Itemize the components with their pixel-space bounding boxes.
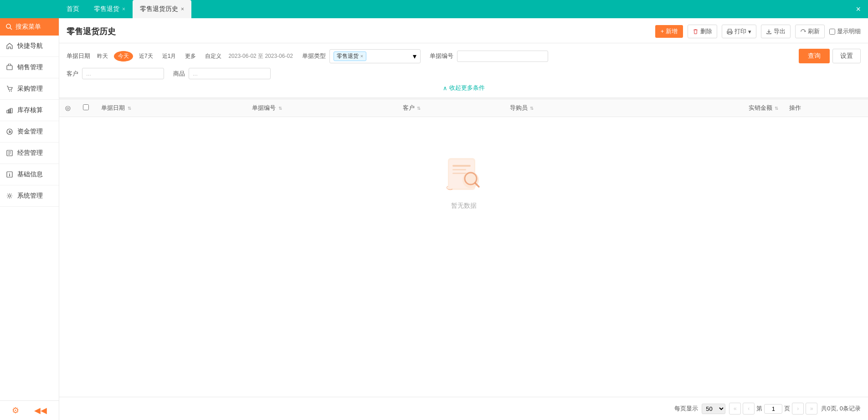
table-settings-col[interactable]: [59, 99, 77, 117]
tab-retail-return-history[interactable]: 零售退货历史 ×: [133, 0, 191, 18]
content-area: 零售退货历史 + 新增 删除 打印 ▾ 导出 刷新: [59, 18, 868, 420]
table-settings-icon[interactable]: [65, 105, 71, 112]
sidebar-item-basicinfo[interactable]: 基础信息: [0, 164, 59, 185]
customer-select[interactable]: ...: [82, 68, 164, 79]
sidebar-item-system[interactable]: 系统管理: [0, 185, 59, 207]
date-btn-custom[interactable]: 自定义: [202, 51, 225, 61]
doc-no-input[interactable]: [457, 51, 548, 62]
select-all-checkbox[interactable]: [83, 104, 89, 110]
sidebar-item-purchase[interactable]: 采购管理: [0, 78, 59, 100]
header-actions: + 新增 删除 打印 ▾ 导出 刷新: [655, 25, 861, 38]
date-btn-more[interactable]: 更多: [182, 51, 199, 61]
query-button[interactable]: 查询: [799, 49, 830, 63]
print-button[interactable]: 打印 ▾: [722, 25, 756, 38]
tab-retail-return-history-close[interactable]: ×: [181, 6, 184, 12]
show-detail-checkbox[interactable]: [829, 29, 835, 35]
per-page-select[interactable]: 50 10 20 100: [702, 404, 725, 414]
finance-icon: [5, 128, 14, 136]
purchase-icon: [5, 85, 14, 93]
filter-area: 单据日期 昨天 今天 近7天 近1月 更多 自定义 2023-06-02 至 2…: [59, 43, 868, 98]
empty-icon: [441, 154, 487, 195]
export-label: 导出: [774, 27, 786, 36]
customer-filter: 客户 ...: [67, 68, 164, 79]
goods-select[interactable]: ...: [189, 68, 271, 79]
goods-label: 商品: [173, 70, 185, 78]
date-btn-7days[interactable]: 近7天: [136, 51, 156, 61]
svg-point-3: [9, 91, 10, 92]
settings-button[interactable]: 设置: [832, 49, 861, 63]
svg-point-0: [6, 24, 10, 28]
prev-page-button[interactable]: ‹: [743, 403, 755, 415]
th-guide[interactable]: 导购员 ⇅: [504, 99, 633, 117]
sidebar-item-finance-label: 资金管理: [17, 128, 43, 136]
sidebar-item-sales-label: 销售管理: [17, 63, 43, 72]
sidebar-item-business[interactable]: 经营管理: [0, 143, 59, 164]
table-header-row: 单据日期 ⇅ 单据编号 ⇅ 客户 ⇅ 导购员 ⇅: [59, 99, 868, 117]
page-input[interactable]: [764, 404, 782, 414]
th-date[interactable]: 单据日期 ⇅: [96, 99, 247, 117]
audio-bottom-icon[interactable]: ◀◀: [34, 405, 47, 415]
svg-rect-18: [452, 165, 471, 167]
pagination: 每页显示 50 10 20 100 « ‹ 第 页 › » 共0页, 0条记录: [59, 397, 868, 420]
inventory-icon: [5, 106, 14, 114]
show-detail-checkbox-label[interactable]: 显示明细: [829, 27, 861, 36]
close-window-button[interactable]: ×: [856, 5, 861, 14]
svg-point-14: [66, 106, 70, 111]
sidebar-item-finance[interactable]: 资金管理: [0, 121, 59, 143]
date-filter-label: 单据日期: [67, 52, 90, 60]
export-button[interactable]: 导出: [761, 25, 791, 38]
svg-rect-19: [452, 169, 466, 170]
collapse-label: 收起更多条件: [449, 84, 485, 92]
tab-retail-return[interactable]: 零售退货 ×: [87, 0, 133, 18]
sidebar-item-quicknav[interactable]: 快捷导航: [0, 36, 59, 57]
th-customer-label: 客户: [403, 104, 415, 111]
tab-home[interactable]: 首页: [59, 0, 87, 18]
svg-point-15: [67, 108, 69, 109]
refresh-icon: [800, 29, 806, 35]
goods-placeholder: ...: [193, 70, 198, 77]
date-btn-1month[interactable]: 近1月: [159, 51, 180, 61]
date-btn-today[interactable]: 今天: [114, 51, 133, 61]
sidebar-item-purchase-label: 采购管理: [17, 85, 43, 93]
date-filter-buttons: 昨天 今天 近7天 近1月 更多 自定义: [94, 51, 225, 61]
delete-button[interactable]: 删除: [688, 25, 717, 38]
customer-label: 客户: [67, 70, 78, 78]
th-customer-sort: ⇅: [417, 106, 421, 111]
last-page-button[interactable]: »: [806, 403, 817, 415]
page-label: 第: [756, 405, 762, 413]
th-guide-sort: ⇅: [530, 106, 534, 111]
th-customer[interactable]: 客户 ⇅: [397, 99, 504, 117]
next-page-button[interactable]: ›: [792, 403, 804, 415]
collapse-filter-button[interactable]: ∧ 收起更多条件: [67, 84, 861, 92]
doc-type-remove-icon[interactable]: ×: [360, 53, 363, 59]
sidebar-item-sales[interactable]: 销售管理: [0, 57, 59, 78]
svg-point-4: [11, 91, 12, 92]
tab-retail-return-close[interactable]: ×: [122, 6, 125, 12]
filter-row-1: 单据日期 昨天 今天 近7天 近1月 更多 自定义 2023-06-02 至 2…: [67, 49, 861, 63]
first-page-button[interactable]: «: [729, 403, 741, 415]
new-button[interactable]: + 新增: [655, 25, 683, 38]
doc-type-tag-value: 零售退货: [337, 52, 359, 60]
th-docno-sort: ⇅: [278, 106, 282, 111]
date-btn-yesterday[interactable]: 昨天: [94, 51, 111, 61]
business-icon: [5, 149, 14, 157]
sidebar-search[interactable]: 搜索菜单: [0, 18, 59, 36]
settings-bottom-icon[interactable]: ⚙: [12, 405, 19, 415]
basicinfo-icon: [5, 170, 14, 179]
th-docno[interactable]: 单据编号 ⇅: [247, 99, 397, 117]
tab-retail-return-label: 零售退货: [94, 5, 119, 13]
th-amount[interactable]: 实销金额 ⇅: [633, 99, 784, 117]
svg-line-1: [10, 28, 12, 30]
table-select-all-col[interactable]: [77, 99, 96, 117]
sidebar-item-inventory-label: 库存核算: [17, 106, 43, 114]
empty-text: 暂无数据: [451, 202, 477, 210]
refresh-label: 刷新: [808, 27, 820, 36]
empty-state-row: 暂无数据: [59, 117, 868, 247]
sidebar-item-inventory[interactable]: 库存核算: [0, 100, 59, 121]
doc-type-select[interactable]: 零售退货 × ▾: [329, 49, 421, 63]
system-icon: [5, 192, 14, 200]
svg-rect-2: [7, 66, 12, 70]
page-navigation: « ‹ 第 页 › »: [729, 403, 817, 415]
refresh-button[interactable]: 刷新: [795, 25, 825, 38]
doc-no-label: 单据编号: [430, 52, 453, 60]
